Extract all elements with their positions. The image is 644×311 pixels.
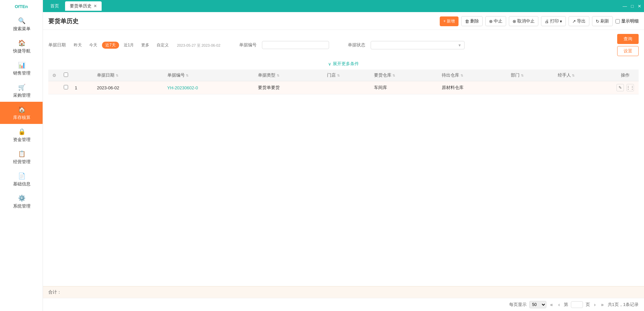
row-doc-number-0[interactable]: YH-20230602-0: [164, 81, 255, 94]
sidebar-item-basic-info[interactable]: 📄 基础信息: [0, 168, 43, 190]
query-button[interactable]: 查询: [617, 34, 639, 44]
search-menu-icon: 🔍: [18, 17, 25, 25]
col-row-num: [71, 70, 94, 81]
col-settings[interactable]: ⚙: [48, 70, 60, 81]
row-select-0[interactable]: [64, 85, 68, 89]
pagination: 每页显示 50 100 200 « ‹ 第 1 页 › » 共1页，1条记录: [43, 298, 644, 311]
expand-icon: ∨: [328, 61, 331, 66]
show-detail-checkbox[interactable]: [615, 19, 620, 24]
filter-settings-button[interactable]: 设置: [617, 46, 639, 56]
col-req-warehouse: 要货仓库 ⇅: [371, 70, 439, 81]
expand-more-btn[interactable]: ∨ 展开更多条件: [48, 59, 639, 70]
total-records-label: 共1页，1条记录: [608, 302, 639, 308]
date-filter-btn-近7天[interactable]: 近7天: [102, 42, 119, 49]
page-number-input[interactable]: 1: [571, 301, 583, 308]
footer-summary: 合计：: [43, 286, 644, 298]
row-edit-btn-0[interactable]: ✎: [616, 84, 624, 91]
window-close-btn[interactable]: ✕: [638, 4, 641, 9]
sidebar-label-finance: 资金管理: [13, 137, 31, 143]
tab-close-requisition-history[interactable]: ✕: [94, 1, 97, 11]
select-all-checkbox[interactable]: [64, 73, 68, 77]
window-maximize-btn[interactable]: □: [631, 4, 634, 9]
sidebar-item-operations[interactable]: 📋 经营管理: [0, 146, 43, 168]
table-row: 1 2023-06-02 YH-20230602-0 要货单要货 车间库 原材料…: [48, 81, 639, 94]
page-content: 要货单历史 + 新增 🗑 删除 ⊗ 中止 ⊗ 取消中止 🖨 打印 ▾ ↗ 导出: [43, 12, 644, 311]
row-req-warehouse-0: 车间库: [371, 81, 439, 94]
row-checkbox-0[interactable]: [60, 81, 71, 94]
store-sort-icon[interactable]: ⇅: [337, 74, 340, 77]
req-warehouse-sort-icon[interactable]: ⇅: [392, 74, 395, 77]
handler-sort-icon[interactable]: ⇅: [572, 74, 575, 77]
delete-button[interactable]: 🗑 删除: [461, 16, 483, 26]
col-store: 门店 ⇅: [324, 70, 371, 81]
doc-status-select[interactable]: ▾: [371, 41, 465, 49]
summary-label: 合计：: [48, 290, 61, 295]
refresh-button[interactable]: ↻ 刷新: [592, 16, 613, 26]
col-department: 部门 ⇅: [507, 70, 554, 81]
new-button[interactable]: + 新增: [440, 16, 459, 26]
col-operation: 操作: [612, 70, 639, 81]
sidebar-item-quick-nav[interactable]: 🏠 快捷导航: [0, 35, 43, 57]
cancel-stop-button[interactable]: ⊗ 取消中止: [509, 16, 538, 26]
prev-page-btn[interactable]: ‹: [557, 302, 561, 307]
sidebar-item-search-menu[interactable]: 🔍 搜索菜单: [0, 13, 43, 35]
tab-label-home: 首页: [50, 1, 59, 11]
page-title: 要货单历史: [48, 17, 437, 25]
doc-type-sort-icon[interactable]: ⇅: [277, 74, 279, 77]
doc-number-input[interactable]: [262, 41, 329, 49]
row-delete-btn-0[interactable]: ⋮⋮: [627, 84, 634, 91]
filter-area: 单据日期 昨天今天近7天近1月更多自定义 2023-05-27 至 2023-0…: [43, 30, 644, 70]
finance-icon: 🔒: [18, 128, 25, 135]
tab-requisition-history[interactable]: 要货单历史✕: [65, 1, 102, 11]
table-wrap: ⚙ 单据日期 ⇅ 单据编号 ⇅: [43, 70, 644, 286]
date-filter-btn-更多[interactable]: 更多: [139, 42, 152, 49]
col-doc-date: 单据日期 ⇅: [94, 70, 164, 81]
date-filter-group: 昨天今天近7天近1月更多自定义: [71, 42, 171, 49]
main-area: 首页要货单历史✕ — □ ✕ 要货单历史 + 新增 🗑 删除 ⊗ 中止 ⊗ 取消…: [43, 0, 644, 311]
row-pending-warehouse-0: 原材料仓库: [438, 81, 507, 94]
print-dropdown-icon: ▾: [560, 19, 562, 24]
col-pending-warehouse: 待出仓库 ⇅: [438, 70, 507, 81]
doc-date-sort-icon[interactable]: ⇅: [116, 74, 118, 77]
last-page-btn[interactable]: »: [600, 302, 605, 307]
first-page-btn[interactable]: «: [549, 302, 554, 307]
doc-status-dropdown-icon: ▾: [459, 43, 461, 48]
col-doc-type: 单据类型 ⇅: [255, 70, 324, 81]
sidebar-label-inventory: 库存核算: [13, 115, 31, 121]
department-sort-icon[interactable]: ⇅: [521, 74, 524, 77]
date-filter-btn-今天[interactable]: 今天: [87, 42, 100, 49]
cancel-stop-icon: ⊗: [513, 19, 516, 24]
doc-number-label: 单据编号: [239, 42, 257, 48]
tab-bar: 首页要货单历史✕ — □ ✕: [43, 0, 644, 12]
inventory-icon: 🏠: [18, 106, 25, 113]
row-department-0: [507, 81, 554, 94]
sidebar-item-system[interactable]: ⚙️ 系统管理: [0, 190, 43, 213]
sidebar-label-operations: 经营管理: [13, 159, 31, 165]
pending-warehouse-sort-icon[interactable]: ⇅: [461, 74, 463, 77]
date-filter-btn-自定义[interactable]: 自定义: [154, 42, 171, 49]
date-filter-label: 单据日期: [48, 42, 66, 48]
print-button[interactable]: 🖨 打印 ▾: [541, 16, 566, 26]
doc-link-0[interactable]: YH-20230602-0: [167, 85, 198, 90]
sidebar-label-sales: 销售管理: [13, 70, 31, 76]
tab-home[interactable]: 首页: [46, 1, 64, 11]
sidebar-item-inventory[interactable]: 🏠 库存核算: [0, 102, 43, 124]
sidebar-item-sales[interactable]: 📊 销售管理: [0, 57, 43, 80]
window-minimize-btn[interactable]: —: [623, 4, 627, 9]
stop-button[interactable]: ⊗ 中止: [485, 16, 506, 26]
doc-status-label: 单据状态: [348, 42, 365, 48]
per-page-select[interactable]: 50 100 200: [529, 301, 546, 308]
next-page-btn[interactable]: ›: [593, 302, 597, 307]
row-handler-0: [554, 81, 612, 94]
show-detail-checkbox-label[interactable]: 显示明细: [615, 18, 639, 24]
export-button[interactable]: ↗ 导出: [569, 16, 589, 26]
doc-number-sort-icon[interactable]: ⇅: [186, 74, 189, 77]
basic-info-icon: 📄: [18, 172, 25, 180]
sidebar-item-purchase[interactable]: 🛒 采购管理: [0, 80, 43, 102]
row-action-0: ✎ ⋮⋮: [612, 81, 639, 94]
sidebar-label-basic-info: 基础信息: [13, 181, 31, 187]
sidebar-item-finance[interactable]: 🔒 资金管理: [0, 124, 43, 146]
page-header: 要货单历史 + 新增 🗑 删除 ⊗ 中止 ⊗ 取消中止 🖨 打印 ▾ ↗ 导出: [43, 12, 644, 30]
date-filter-btn-昨天[interactable]: 昨天: [71, 42, 85, 49]
date-filter-btn-近1月[interactable]: 近1月: [121, 42, 137, 49]
